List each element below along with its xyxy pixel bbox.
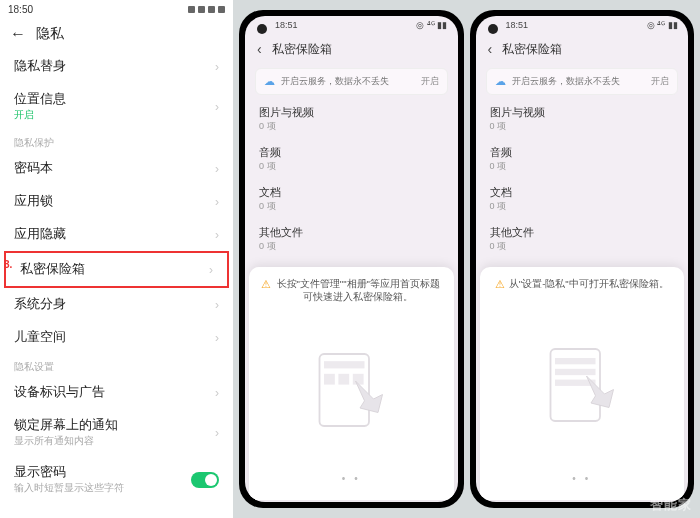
illustration	[261, 310, 442, 471]
cloud-icon: ☁	[264, 75, 275, 88]
phone1-screen: 18:51◎ ⁴ᴳ ▮▮ ‹私密保险箱 ☁开启云服务，数据永不丢失开启 图片与视…	[245, 16, 458, 502]
chevron-right-icon: ›	[215, 60, 219, 74]
illustration	[492, 298, 673, 471]
chevron-right-icon: ›	[209, 263, 213, 277]
back-icon[interactable]: ‹	[257, 41, 262, 57]
item-privacy-avatar[interactable]: 隐私替身›	[0, 50, 233, 83]
tip-card: ⚠长按"文件管理""相册"等应用首页标题可快速进入私密保险箱。 • •	[249, 267, 454, 500]
phone-photos: 18:51◎ ⁴ᴳ ▮▮ ‹私密保险箱 ☁开启云服务，数据永不丢失开启 图片与视…	[233, 0, 700, 518]
cat-docs[interactable]: 文档0 项	[245, 179, 458, 219]
item-device-id[interactable]: 设备标识与广告›	[0, 376, 233, 409]
back-icon[interactable]: ‹	[488, 41, 493, 57]
chevron-right-icon: ›	[215, 228, 219, 242]
status-bar: 18:50	[0, 0, 233, 18]
cat-audio[interactable]: 音频0 项	[476, 139, 689, 179]
svg-rect-7	[555, 368, 596, 374]
page-title: 隐私	[36, 25, 64, 43]
phone-1: 18:51◎ ⁴ᴳ ▮▮ ‹私密保险箱 ☁开启云服务，数据永不丢失开启 图片与视…	[239, 10, 464, 508]
phone-status-bar: 18:51◎ ⁴ᴳ ▮▮	[245, 16, 458, 34]
page-dots: • •	[492, 471, 673, 490]
chevron-right-icon: ›	[215, 331, 219, 345]
settings-list: 隐私替身› 位置信息开启› 隐私保护 密码本› 应用锁› 应用隐藏› 3. 私密…	[0, 50, 233, 518]
chevron-right-icon: ›	[215, 426, 219, 440]
back-icon[interactable]: ←	[10, 25, 26, 43]
status-time: 18:50	[8, 4, 33, 15]
cloud-banner[interactable]: ☁开启云服务，数据永不丢失开启	[255, 68, 448, 95]
svg-rect-4	[353, 374, 364, 385]
section-settings: 隐私设置	[0, 354, 233, 376]
signal-icons: ◎ ⁴ᴳ ▮▮	[647, 20, 678, 30]
cat-images[interactable]: 图片与视频0 项	[476, 99, 689, 139]
item-lockscreen-notif[interactable]: 锁定屏幕上的通知显示所有通知内容›	[0, 409, 233, 456]
cat-other[interactable]: 其他文件0 项	[245, 219, 458, 259]
svg-rect-1	[324, 361, 365, 368]
chevron-right-icon: ›	[215, 100, 219, 114]
toggle-on-icon[interactable]	[191, 472, 219, 488]
item-kids-space[interactable]: 儿童空间›	[0, 321, 233, 354]
item-show-password[interactable]: 显示密码输入时短暂显示这些字符	[0, 456, 233, 503]
chevron-right-icon: ›	[215, 162, 219, 176]
svg-rect-2	[324, 374, 335, 385]
chevron-right-icon: ›	[215, 386, 219, 400]
item-apphide[interactable]: 应用隐藏›	[0, 218, 233, 251]
phone-2: 18:51◎ ⁴ᴳ ▮▮ ‹私密保险箱 ☁开启云服务，数据永不丢失开启 图片与视…	[470, 10, 695, 508]
camera-hole-icon	[257, 24, 267, 34]
tip-card: ⚠从"设置-隐私"中可打开私密保险箱。 • •	[480, 267, 685, 500]
phone2-screen: 18:51◎ ⁴ᴳ ▮▮ ‹私密保险箱 ☁开启云服务，数据永不丢失开启 图片与视…	[476, 16, 689, 502]
phone-header: ‹私密保险箱	[245, 34, 458, 64]
item-applock[interactable]: 应用锁›	[0, 185, 233, 218]
signal-icons: ◎ ⁴ᴳ ▮▮	[416, 20, 447, 30]
phone-status-bar: 18:51◎ ⁴ᴳ ▮▮	[476, 16, 689, 34]
callout-badge: 3.	[4, 259, 12, 270]
chevron-right-icon: ›	[215, 298, 219, 312]
category-list: 图片与视频0 项 音频0 项 文档0 项 其他文件0 项	[476, 99, 689, 259]
warn-icon: ⚠	[495, 277, 505, 292]
settings-panel: 18:50 ← 隐私 隐私替身› 位置信息开启› 隐私保护 密码本› 应用锁› …	[0, 0, 233, 518]
tip-text: ⚠从"设置-隐私"中可打开私密保险箱。	[492, 277, 673, 292]
cat-images[interactable]: 图片与视频0 项	[245, 99, 458, 139]
page-dots: • •	[261, 471, 442, 490]
svg-rect-3	[339, 374, 350, 385]
item-system-clone[interactable]: 系统分身›	[0, 288, 233, 321]
svg-rect-6	[555, 358, 596, 364]
item-location[interactable]: 位置信息开启›	[0, 83, 233, 130]
phone-header: ‹私密保险箱	[476, 34, 689, 64]
header: ← 隐私	[0, 18, 233, 50]
item-private-safe[interactable]: 3. 私密保险箱›	[4, 251, 229, 288]
cat-other[interactable]: 其他文件0 项	[476, 219, 689, 259]
camera-hole-icon	[488, 24, 498, 34]
cloud-banner[interactable]: ☁开启云服务，数据永不丢失开启	[486, 68, 679, 95]
item-passwords[interactable]: 密码本›	[0, 152, 233, 185]
category-list: 图片与视频0 项 音频0 项 文档0 项 其他文件0 项	[245, 99, 458, 259]
chevron-right-icon: ›	[215, 195, 219, 209]
tip-text: ⚠长按"文件管理""相册"等应用首页标题可快速进入私密保险箱。	[261, 277, 442, 304]
status-icons	[188, 6, 225, 13]
warn-icon: ⚠	[261, 277, 271, 292]
section-protection: 隐私保护	[0, 130, 233, 152]
watermark: 智能家	[650, 496, 692, 514]
cat-docs[interactable]: 文档0 项	[476, 179, 689, 219]
cloud-icon: ☁	[495, 75, 506, 88]
cat-audio[interactable]: 音频0 项	[245, 139, 458, 179]
